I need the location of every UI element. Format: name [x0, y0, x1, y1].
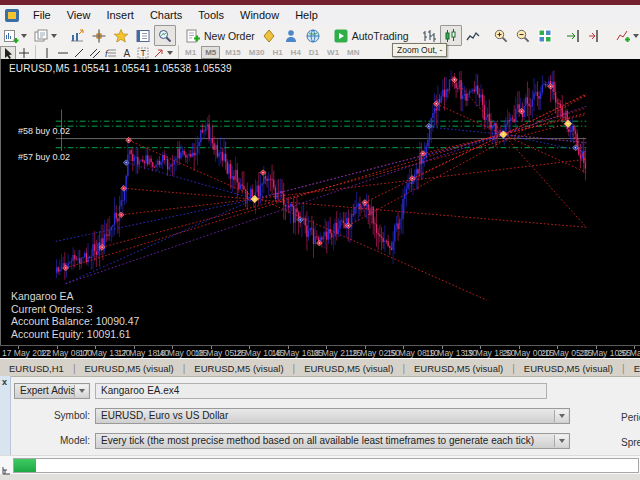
text-label-icon: T — [137, 47, 149, 59]
ea-account-equity: Account Equity: 10091.61 — [11, 328, 139, 341]
cursor-button[interactable] — [0, 46, 16, 60]
menu-item-file[interactable]: File — [25, 7, 59, 23]
zoom-in-icon — [493, 28, 509, 44]
trend-rays — [56, 80, 587, 301]
strategy-tester-button[interactable] — [154, 25, 176, 46]
text-button[interactable]: A — [119, 46, 135, 60]
menu-item-charts[interactable]: Charts — [142, 7, 190, 23]
publisher-button[interactable] — [280, 25, 302, 46]
timeframe-m5-button[interactable]: M5 — [201, 46, 220, 59]
data-window-icon — [91, 28, 107, 44]
bottom-strip — [0, 474, 640, 480]
new-chart-icon — [3, 28, 19, 44]
chart-tab-6[interactable]: EURUSD,M5 (visual) — [625, 361, 640, 376]
timeframe-strip: M1M5M15M30H1H4D1W1MN — [182, 46, 363, 59]
auto-scroll-button[interactable] — [562, 25, 584, 46]
zoom-out-tooltip: Zoom Out, - — [392, 43, 447, 57]
tile-windows-icon — [537, 28, 553, 44]
candlestick-chart-icon — [443, 28, 459, 44]
vertical-line-icon — [41, 47, 53, 59]
new-chart-dropdown-icon — [21, 34, 27, 38]
web-community-icon — [305, 28, 321, 44]
timeframe-d1-button[interactable]: D1 — [306, 47, 322, 58]
timeframe-m15-button[interactable]: M15 — [222, 47, 244, 58]
line-chart-button[interactable] — [462, 25, 484, 46]
timeframe-mn-button[interactable]: MN — [344, 47, 362, 58]
menu-item-window[interactable]: Window — [232, 7, 287, 23]
model-combo[interactable]: Every tick (the most precise method base… — [95, 433, 570, 449]
new-order-label: New Order — [204, 30, 255, 42]
chart-window[interactable]: EURUSD,M5 1.05541 1.05541 1.05538 1.0553… — [0, 59, 640, 345]
timeframe-h1-button[interactable]: H1 — [269, 47, 285, 58]
metaeditor-icon — [261, 28, 277, 44]
zoom-in-button[interactable] — [490, 25, 512, 46]
chart-shift-icon — [587, 28, 603, 44]
expert-selector-combo[interactable]: Expert Advisor — [14, 383, 90, 399]
auto-scroll-icon — [565, 28, 581, 44]
new-order-icon — [185, 28, 201, 44]
navigator-icon — [113, 28, 129, 44]
chart-tab-2[interactable]: EURUSD,M5 (visual) — [185, 361, 292, 376]
zoom-out-icon — [515, 28, 531, 44]
strategy-tester-panel: Expert Advisor Kangaroo EA.ex4 Symbol: E… — [0, 376, 640, 456]
spread-label: Spread: — [621, 435, 640, 451]
chart-tab-1[interactable]: EURUSD,M5 (visual) — [76, 361, 183, 376]
terminal-button[interactable] — [132, 25, 154, 46]
tree-toggle-icon[interactable] — [2, 466, 11, 475]
menu-item-tools[interactable]: Tools — [190, 7, 232, 23]
new-chart-button[interactable] — [0, 25, 30, 46]
tile-windows-button[interactable] — [534, 25, 556, 46]
expert-file-field[interactable]: Kangaroo EA.ex4 — [95, 383, 547, 399]
candles — [56, 70, 586, 279]
menu-item-insert[interactable]: Insert — [98, 7, 142, 23]
chart-tab-bar: EURUSD,H1|EURUSD,M5 (visual)|EURUSD,M5 (… — [0, 358, 640, 377]
chart-tab-0[interactable]: EURUSD,H1 — [0, 361, 73, 376]
equidistant-channel-button[interactable] — [87, 46, 103, 60]
symbol-combo[interactable]: EURUSD, Euro vs US Dollar — [95, 408, 570, 424]
timeframe-h4-button[interactable]: H4 — [288, 47, 304, 58]
indicators-icon — [615, 28, 631, 44]
arrow-shapes-dropdown-icon — [167, 51, 173, 55]
indicators-button[interactable] — [612, 25, 640, 46]
model-value: Every tick (the most precise method base… — [101, 435, 534, 446]
tester-close-button[interactable]: x — [2, 378, 7, 386]
arrow-shapes-button[interactable] — [151, 46, 175, 60]
chart-tab-5[interactable]: EURUSD,M5 (visual) — [515, 361, 622, 376]
data-window-button[interactable] — [88, 25, 110, 46]
market-watch-button[interactable] — [66, 25, 88, 46]
profiles-button[interactable] — [30, 25, 60, 46]
svg-text:T: T — [141, 48, 146, 58]
web-community-button[interactable] — [302, 25, 324, 46]
timeframe-m30-button[interactable]: M30 — [246, 47, 268, 58]
mt4-logo-icon — [5, 9, 19, 22]
navigator-button[interactable] — [110, 25, 132, 46]
trendline-button[interactable] — [71, 46, 87, 60]
publisher-icon — [283, 28, 299, 44]
ea-info-overlay: Kangaroo EA Current Orders: 3 Account Ba… — [11, 290, 139, 340]
ea-name: Kangaroo EA — [11, 290, 139, 303]
trendline-icon — [73, 47, 85, 59]
swing-markers — [63, 77, 579, 271]
new-order-button[interactable]: New Order — [182, 25, 258, 46]
zoom-out-button[interactable] — [512, 25, 534, 46]
horizontal-line-button[interactable] — [55, 46, 71, 60]
timeframe-w1-button[interactable]: W1 — [324, 47, 342, 58]
chart-tab-4[interactable]: EURUSD,M5 (visual) — [405, 361, 512, 376]
order-line-label-1: #57 buy 0.02 — [18, 152, 70, 162]
menu-item-view[interactable]: View — [59, 7, 99, 23]
time-axis: 17 May 202217 May 08:0017 May 13:2017 Ma… — [0, 345, 640, 359]
crosshair-icon — [18, 47, 30, 59]
profiles-dropdown-icon — [51, 34, 57, 38]
chart-shift-button[interactable] — [584, 25, 606, 46]
timeframe-m1-button[interactable]: M1 — [182, 47, 199, 58]
menu-item-help[interactable]: Help — [287, 7, 326, 23]
chart-tab-3[interactable]: EURUSD,M5 (visual) — [295, 361, 402, 376]
text-icon: A — [121, 47, 133, 59]
model-label: Model: — [12, 433, 90, 449]
text-label-button[interactable]: T — [135, 46, 151, 60]
vertical-line-button[interactable] — [39, 46, 55, 60]
metaeditor-button[interactable] — [258, 25, 280, 46]
horizontal-line-icon — [57, 47, 69, 59]
fibonacci-button[interactable]: f — [103, 46, 119, 60]
crosshair-button[interactable] — [16, 46, 32, 60]
